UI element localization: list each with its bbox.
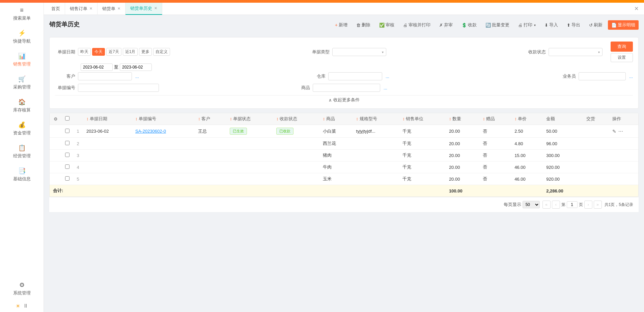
tab-sales-order[interactable]: 销售订单 ✕ [65,3,97,15]
data-table-container: ⚙ ↕ 单据日期 ↕ 单据编号 ↕ 客户 ↕ 单据状态 ↕ 收款状态 ↕ 商品 … [49,113,639,197]
date-start-input[interactable] [81,63,113,71]
sort-icon: ↕ [514,116,517,121]
gift-col-header[interactable]: ↕ 赠品 [479,113,511,125]
pause-icon[interactable]: ⏸ [23,303,28,309]
close-all-tabs-button[interactable]: ✕ [632,5,641,12]
docno-cell [132,138,195,150]
batch-change-button[interactable]: 🔄 批量变更 [482,20,513,30]
gear-settings-col[interactable]: ⚙ [50,113,62,125]
more-action-icon[interactable]: ⋯ [618,129,623,134]
docno-filter-item: 单据编号 [55,84,159,92]
sidebar-item-inventory[interactable]: 🏠 库存核算 [0,94,44,117]
row-checkbox-cell[interactable] [62,138,73,150]
settings-button[interactable]: 设置 [611,53,633,62]
show-detail-button[interactable]: 📄 显示明细 [608,20,639,30]
table-row: 1 2023-06-02 SA-20230602-0 王总 已生效 已收款 小白… [50,125,638,138]
sidebar-item-base-info[interactable]: 📑 基础信息 [0,163,44,186]
sidebar-item-label: 资金管理 [13,130,31,136]
date-btn-7days[interactable]: 近7天 [106,48,121,56]
qty-cell: 20.00 [446,161,479,173]
docstatus-col-header[interactable]: ↕ 单据状态 [226,113,273,125]
customer-picker-button[interactable]: ... [135,74,139,79]
unit-col-header[interactable]: ↕ 销售单位 [399,113,446,125]
collect-button[interactable]: 💲 收款 [458,20,480,30]
audit-print-button[interactable]: 🖨 审核并打印 [400,20,434,30]
tab-home[interactable]: 首页 [47,3,65,15]
last-page-button[interactable]: » [594,201,602,209]
row-checkbox[interactable] [65,141,69,145]
warehouse-picker-button[interactable]: ... [386,74,389,79]
docno-col-header[interactable]: ↕ 单据编号 [132,113,195,125]
row-checkbox-cell[interactable] [62,150,73,161]
goods-picker-button[interactable]: ... [384,85,387,90]
doc-no-link[interactable]: SA-20230602-0 [135,129,166,134]
doc-type-select[interactable] [332,48,386,56]
sidebar-item-purchase-mgmt[interactable]: 🛒 采购管理 [0,71,44,94]
row-checkbox-cell[interactable] [62,125,73,138]
sidebar-item-finance[interactable]: 💰 资金管理 [0,117,44,140]
customer-cell [195,150,226,161]
date-btn-yesterday[interactable]: 昨天 [78,48,91,56]
salesperson-picker-button[interactable]: ... [629,74,633,79]
spec-col-header[interactable]: ↕ 规格型号 [353,113,399,125]
filter-collapse-button[interactable]: ∧ 收起更多条件 [55,95,633,104]
sidebar-item-search-menu[interactable]: ≡ 搜索菜单 [0,3,44,25]
tab-close-sales-history[interactable]: ✕ [154,6,157,10]
per-page-select[interactable]: 50 100 [523,201,540,208]
warehouse-input[interactable] [328,72,382,80]
row-checkbox[interactable] [65,153,69,157]
salesperson-input[interactable] [579,72,626,80]
tab-sales-history[interactable]: 销货单历史 ✕ [125,3,162,15]
refresh-button[interactable]: ↺ 刷新 [586,20,606,30]
gear-cell [50,161,62,173]
actions-cell [609,173,638,185]
sort-icon: ↕ [135,116,138,121]
tab-close-sales-goods[interactable]: ✕ [117,6,120,11]
delete-button[interactable]: 🗑 删除 [353,20,374,30]
date-btn-1month[interactable]: 近1月 [123,48,138,56]
goods-input[interactable] [313,84,380,92]
next-page-button[interactable]: › [584,201,592,209]
tab-sales-goods[interactable]: 销货单 ✕ [97,3,125,15]
sidebar-item-ops-mgmt[interactable]: 📋 经营管理 [0,140,44,163]
edit-action-icon[interactable]: ✎ [612,129,616,134]
customer-input[interactable] [78,72,132,80]
sidebar-item-sales-mgmt[interactable]: 📊 销售管理 [0,48,44,71]
row-checkbox[interactable] [65,129,69,133]
qty-col-header[interactable]: ↕ 数量 [446,113,479,125]
row-checkbox-cell[interactable] [62,161,73,173]
date-col-header[interactable]: ↕ 单据日期 [83,113,132,125]
print-button[interactable]: 🖨 打印 [515,20,539,30]
first-page-button[interactable]: « [542,201,551,209]
date-btn-today[interactable]: 今天 [92,48,105,56]
import-button[interactable]: ⬇ 导入 [541,20,561,30]
new-button[interactable]: + 新增 [332,20,351,30]
docno-input[interactable] [78,84,159,92]
row-checkbox[interactable] [65,164,69,169]
sidebar-item-sys-mgmt[interactable]: ⚙ 系统管理 [0,277,44,300]
payment-status-select[interactable] [549,48,603,56]
date-btn-custom[interactable]: 自定义 [153,48,170,56]
date-end-input[interactable] [120,63,152,71]
export-button[interactable]: ⬆ 导出 [563,20,584,30]
abandon-button[interactable]: ✗ 弃审 [436,20,456,30]
tab-close-sales-order[interactable]: ✕ [89,6,92,11]
customer-filter-item: 客户 ... [55,72,139,80]
docstatus-cell [226,161,273,173]
select-all-checkbox[interactable] [65,116,69,121]
row-checkbox-cell[interactable] [62,173,73,185]
date-btn-more[interactable]: 更多 [139,48,152,56]
goods-col-header[interactable]: ↕ 商品 [319,113,353,125]
sun-icon[interactable]: ☀ [16,303,20,309]
gift-cell: 否 [479,173,511,185]
customer-col-header[interactable]: ↕ 客户 [195,113,226,125]
row-checkbox[interactable] [65,176,69,181]
price-col-header[interactable]: ↕ 单价 [511,113,543,125]
paystatus-col-header[interactable]: ↕ 收款状态 [273,113,319,125]
page-input[interactable] [567,201,578,208]
select-all-col[interactable] [62,113,73,125]
query-button[interactable]: 查询 [611,42,633,52]
audit-button[interactable]: ✅ 审核 [376,20,398,30]
sidebar-item-quick-nav[interactable]: ⚡ 快捷导航 [0,25,44,48]
prev-page-button[interactable]: ‹ [552,201,560,209]
